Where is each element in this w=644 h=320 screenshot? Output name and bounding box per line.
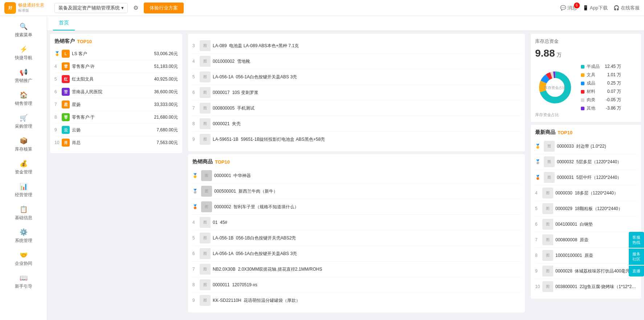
product-code-name: 003800001 22g鱼豆腐·烧烤味（1*12*20） — [555, 284, 637, 290]
quicknav-icon: ⚡ — [20, 45, 28, 53]
legend-name: 其他 — [587, 105, 601, 111]
product-img-placeholder: 图 — [544, 156, 555, 167]
legend-dot — [581, 82, 584, 85]
rank-num: 10 — [535, 284, 542, 289]
inventory-icon: 📦 — [20, 137, 28, 145]
newest-product-row: 🥇 图 0000033 封边带 (1.0*22) — [535, 139, 637, 154]
sidebar-label-quicknav: 快捷导航 — [15, 55, 32, 61]
tab-home[interactable]: 首页 — [53, 16, 75, 30]
product-img-placeholder: 图 — [542, 266, 553, 276]
newest-product-row: 🥉 图 0000031 5层中纤（1220*2440） — [535, 170, 637, 185]
legend-name: 材料 — [587, 89, 602, 95]
sidebar-item-marketing[interactable]: 📢 营销推广 — [0, 65, 47, 87]
product-code-name: LA-056-1A 056-1A白色按键开关盖ABS 3壳 — [213, 74, 521, 80]
customer-value: 7,680.00元 — [156, 127, 178, 133]
inventory-sub-label: 库存资金占比 — [535, 112, 637, 118]
rank-number: 4 — [54, 64, 62, 69]
product-code-name: 01 45# — [213, 220, 521, 225]
sidebar-item-sales[interactable]: 🏠 销售管理 — [0, 87, 47, 110]
legend-dot — [581, 73, 584, 77]
rank-num: 8 — [192, 282, 200, 287]
customer-value: 21,680.00元 — [154, 114, 178, 120]
sidebar-item-system[interactable]: ⚙️ 系统管理 — [0, 225, 47, 247]
newest-product-row: 7 图 000800008 原壶 — [535, 232, 637, 248]
product-img-placeholder: 图 — [542, 219, 553, 230]
product-img-placeholder: 图 — [200, 264, 211, 275]
medal-gold-icon: 🥇 — [535, 144, 544, 149]
medal-bronze-icon: 🥉 — [535, 175, 544, 180]
logo-text: 畅捷通好生意 — [18, 3, 44, 8]
newbie-icon: 📖 — [20, 274, 28, 282]
float-btn-community[interactable]: 服务 社区 — [629, 249, 644, 265]
online-service-button[interactable]: 🎧 在线客服 — [614, 5, 640, 11]
sidebar-label-marketing: 营销推广 — [15, 78, 32, 84]
product-code-name: LA-089 电池盖 LA-089 ABS本色+黑种 7.1克 — [213, 43, 521, 49]
product-img: 图 — [200, 103, 211, 114]
rank-num: 8 — [192, 121, 200, 126]
sidebar-label-finance: 资金管理 — [15, 169, 32, 175]
rank-number: 6 — [54, 89, 62, 94]
marketing-icon: 📢 — [20, 68, 28, 76]
product-img: 图 — [200, 87, 211, 98]
sidebar-item-finance[interactable]: 💰 资金管理 — [0, 156, 47, 179]
chevron-down-icon: ▾ — [121, 5, 124, 11]
hot-product-row: 🥉 图 0000002 智利车子里（规格不知道填什么） — [192, 199, 521, 215]
product-img: 图 — [200, 118, 211, 129]
product-eval-card: 3 图 LA-089 电池盖 LA-089 ABS本色+黑种 7.1克 4 图 … — [188, 34, 525, 151]
message-badge: 6 — [574, 3, 580, 8]
sidebar-label-newbie: 新手引导 — [15, 283, 32, 290]
customer-name: 肖总 — [72, 140, 154, 146]
product-img-placeholder: 图 — [542, 188, 553, 198]
sidebar-item-inventory[interactable]: 📦 库存核算 — [0, 133, 47, 156]
product-code-name: 0000002 智利车子里（规格不知道填什么） — [214, 204, 521, 210]
sidebar-item-purchase[interactable]: 🛒 采购管理 — [0, 110, 47, 133]
rank-number: 10 — [54, 140, 62, 145]
product-img-placeholder: 图 — [542, 250, 553, 261]
top-customers-header: 热销客户 TOP10 — [54, 38, 178, 45]
customer-value: 33,333.00元 — [154, 102, 178, 108]
rank-num: 6 — [192, 90, 200, 95]
newest-products-list: 🥇 图 0000033 封边带 (1.0*22) 🥈 图 0000032 5层多… — [535, 139, 637, 294]
inventory-title-text: 库存总资金 — [535, 38, 559, 45]
product-code-name: KK-SD22110H 花语萌恒温分罐罐袋（厚款） — [213, 298, 521, 304]
medal-gold-icon: 🥇 — [192, 173, 201, 178]
hot-products-list: 🥇 图 0000001 中华神器 🥈 图 000500001 新西兰牛肉（新牛）… — [192, 168, 521, 308]
sidebar-item-quicknav[interactable]: ⚡ 快捷导航 — [0, 42, 47, 65]
customer-name: 红太阳文具 — [72, 76, 151, 82]
product-code-name: 0000017 10S 变刺罗浆 — [213, 90, 521, 96]
float-btn-live[interactable]: 直播 — [629, 266, 644, 276]
rank-num: 4 — [192, 220, 200, 225]
sidebar-item-cooperation[interactable]: 🤝 企业协同 — [0, 247, 47, 270]
system-select-dropdown[interactable]: 装备及固定资产辅助管理系统 ▾ — [54, 3, 128, 13]
product-code-name: 0000028 体城荔枝味苏打饮品400毫升（1*15） — [555, 268, 637, 274]
product-code-name: NB2.0X30B 2.0X30MM双搓花轴,搓花直径2.1MM/ROHS — [213, 266, 521, 272]
product-code-name: 0000011 12070519-xs — [213, 282, 521, 287]
app-label: App下载 — [590, 5, 608, 11]
newest-product-row: 9 图 0000028 体城荔枝味苏打饮品400毫升（1*15） — [535, 263, 637, 279]
system-name-label: 装备及固定资产辅助管理系统 — [58, 5, 120, 11]
float-btn-service[interactable]: 客服 热线 — [629, 232, 644, 248]
sidebar-item-newbie[interactable]: 📖 新手引导 — [0, 270, 47, 293]
newest-products-card: 最新商品 TOP10 🥇 图 0000033 封边带 (1.0*22) 🥈 图 … — [531, 125, 641, 299]
trial-button[interactable]: 体验行业方案 — [144, 3, 184, 13]
rank-num: 7 — [192, 106, 200, 111]
app-download-button[interactable]: 📱 App下载 — [583, 5, 608, 11]
system-selector: 装备及固定资产辅助管理系统 ▾ ⚙ 体验行业方案 — [54, 3, 560, 13]
rank-num: 3 — [192, 43, 200, 48]
rank-num: 6 — [192, 251, 200, 256]
sidebar-item-management[interactable]: 📊 经营管理 — [0, 179, 47, 202]
customer-value: 7,563.00元 — [156, 140, 178, 146]
message-button[interactable]: 💬 消息 6 — [560, 5, 577, 11]
hot-product-row: 4 图 01 45# — [192, 215, 521, 230]
hot-product-row: 9 图 KK-SD22110H 花语萌恒温分罐罐袋（厚款） — [192, 293, 521, 308]
sidebar-item-search[interactable]: 🔍 搜索菜单 — [0, 19, 47, 42]
rank-num: 9 — [535, 268, 542, 274]
gear-icon[interactable]: ⚙ — [131, 3, 141, 13]
customer-row: 8 零 零售客户·于 21,680.00元 — [54, 111, 178, 124]
medal-silver-icon: 🥈 — [192, 189, 201, 194]
newest-product-row: 6 图 004100001 白钢垫 — [535, 217, 637, 232]
sidebar-item-basic-info[interactable]: 📋 基础信息 — [0, 202, 47, 225]
customer-name: 苦南县人民医院 — [72, 89, 151, 95]
customer-row: 10 肖 肖总 7,563.00元 — [54, 136, 178, 149]
hot-products-header: 热销商品 TOP10 — [192, 159, 521, 165]
